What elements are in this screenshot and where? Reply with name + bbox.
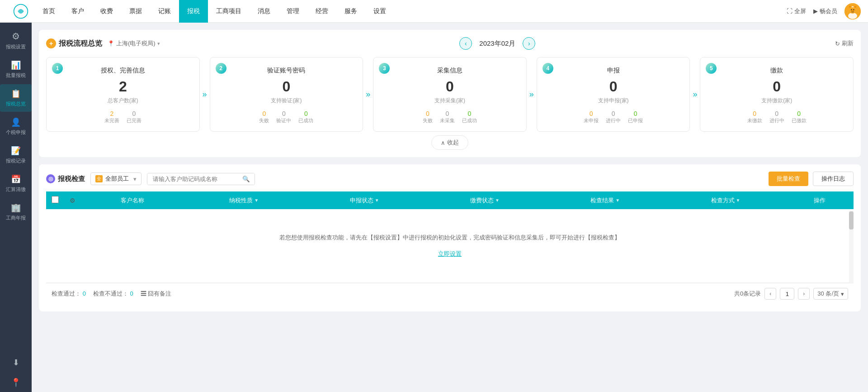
step-title-1: 授权、完善信息: [54, 67, 192, 75]
tax-settings-icon: ⚙: [12, 31, 20, 42]
nav-tax[interactable]: 报税: [179, 0, 208, 23]
table-th-pay-status[interactable]: 缴费状态 ▼: [425, 191, 545, 209]
sidebar-item-tax-settings[interactable]: ⚙ 报税设置: [0, 26, 32, 55]
next-page-btn[interactable]: ›: [798, 288, 810, 300]
collapse-btn[interactable]: ∧ 收起: [431, 135, 468, 150]
step-num-1: 1: [52, 63, 63, 74]
step-stat-lbl-5-0: 未缴款: [747, 117, 762, 124]
nav-ops[interactable]: 经营: [307, 0, 336, 23]
collapse-label: 收起: [447, 139, 459, 147]
sidebar-item-batch-tax[interactable]: 📊 批量报税: [0, 56, 32, 83]
select-all-checkbox[interactable]: [52, 196, 59, 203]
empty-state-cell: 若您想使用报税检查功能，请先在【报税设置】中进行报税的初始化设置，完成密码验证和…: [46, 209, 854, 283]
svg-point-7: [854, 6, 856, 8]
next-month-btn[interactable]: ›: [523, 37, 535, 50]
flow-month: 2023年02月: [479, 39, 515, 48]
staff-icon: 全: [95, 175, 103, 182]
step-stat-2-2: 0 已成功: [298, 110, 313, 124]
location-dot-icon: 📍: [108, 40, 114, 47]
sidebar-item-download[interactable]: ⬇: [0, 353, 32, 372]
nav-manage[interactable]: 管理: [278, 0, 307, 23]
step-title-4: 申报: [544, 67, 683, 75]
step-stat-lbl-3-2: 已成功: [462, 117, 477, 124]
step-stat-4-2: 0 已申报: [628, 110, 643, 124]
fullscreen-icon: ⛶: [787, 8, 793, 14]
check-fail-value[interactable]: 0: [130, 290, 133, 297]
per-page-select[interactable]: 30 条/页 ▾: [813, 288, 848, 300]
filter-icon-declare: ▼: [375, 198, 379, 203]
step-arrow-4: »: [690, 90, 700, 99]
current-page: 1: [780, 288, 794, 300]
table-th-declare-status[interactable]: 申报状态 ▼: [304, 191, 425, 209]
col-filter-declare[interactable]: 申报状态 ▼: [350, 196, 379, 205]
step-count-2: 0: [217, 78, 356, 95]
step-stat-5-1: 0 进行中: [769, 110, 784, 124]
top-nav: 首页 客户 收费 票据 记账 报税 工商项目 消息 管理 经营 服务 设置 ⛶ …: [0, 0, 868, 23]
col-filter-name: 客户名称: [121, 196, 144, 205]
staff-select[interactable]: 全 全部员工 ▾: [90, 172, 142, 185]
step-stat-lbl-1-1: 已完善: [127, 117, 142, 124]
nav-fee[interactable]: 收费: [92, 0, 121, 23]
chevron-down-icon: ▾: [157, 41, 160, 47]
nav-settings[interactable]: 设置: [365, 0, 394, 23]
step-count-3: 0: [381, 78, 519, 95]
avatar[interactable]: [844, 3, 861, 19]
sidebar-item-location[interactable]: 📍: [0, 373, 32, 392]
fullscreen-btn[interactable]: ⛶ 全屏: [787, 7, 806, 15]
sidebar-item-annual-report[interactable]: 🏢 工商年报: [0, 198, 32, 226]
flow-step-2: 2 验证账号密码 0 支持验证(家) 0 失败 0 验证中: [210, 57, 363, 132]
table-th-operation: 操作: [786, 191, 854, 209]
logo: [7, 4, 34, 19]
prev-page-btn[interactable]: ‹: [764, 288, 776, 300]
scrollbar-track[interactable]: [849, 210, 854, 283]
per-page-label: 30 条/页: [817, 290, 839, 298]
sidebar-label-annual-settlement: 汇算清缴: [6, 186, 26, 193]
table-th-tax-type[interactable]: 纳税性质 ▼: [184, 191, 304, 209]
step-stat-4-0: 0 未申报: [584, 110, 599, 124]
sidebar-item-tax-record[interactable]: 📝 报税记录: [0, 141, 32, 169]
operation-log-button[interactable]: 操作日志: [813, 172, 854, 186]
table-th-check-method[interactable]: 检查方式 ▼: [665, 191, 786, 209]
has-note-item: ☰ 囧有备注: [141, 290, 172, 298]
nav-invoice[interactable]: 票据: [121, 0, 150, 23]
collapse-bar: ∧ 收起: [46, 135, 854, 150]
col-filter-check-method[interactable]: 检查方式 ▼: [711, 196, 741, 205]
table-wrapper: ⚙ 客户名称 纳税性质 ▼: [46, 191, 854, 283]
table-th-check-result[interactable]: 检查结果 ▼: [545, 191, 665, 209]
sidebar-item-tax-overview[interactable]: 📋 报税总览: [0, 84, 32, 112]
step-num-4: 4: [542, 63, 553, 74]
nav-service[interactable]: 服务: [336, 0, 365, 23]
search-input[interactable]: [147, 173, 238, 185]
column-settings-icon[interactable]: ⚙: [70, 197, 75, 204]
setup-link[interactable]: 立即设置: [438, 250, 462, 257]
col-pay-label: 缴费状态: [470, 196, 494, 205]
download-icon: ⬇: [13, 358, 19, 368]
sidebar-label-tax-settings: 报税设置: [6, 43, 26, 50]
col-declare-label: 申报状态: [350, 196, 373, 205]
col-filter-pay[interactable]: 缴费状态 ▼: [470, 196, 500, 205]
check-title-text: 报税检查: [58, 175, 85, 183]
flow-header: + 报税流程总览 📍 上海(电子税局) ▾ ‹ 2023年02月 › ↻ 刷新: [46, 37, 854, 50]
nav-msg[interactable]: 消息: [250, 0, 278, 23]
step-subtitle-2: 支持验证(家): [217, 97, 356, 105]
search-button[interactable]: 🔍: [238, 173, 255, 185]
step-stat-lbl-4-0: 未申报: [584, 117, 599, 124]
batch-check-button[interactable]: 批量检查: [769, 172, 808, 186]
prev-month-btn[interactable]: ‹: [459, 37, 472, 50]
scrollbar-thumb[interactable]: [849, 211, 854, 229]
nav-home[interactable]: 首页: [34, 0, 63, 23]
sidebar-item-personal-tax[interactable]: 👤 个税申报: [0, 113, 32, 140]
nav-client[interactable]: 客户: [63, 0, 92, 23]
col-filter-check-result[interactable]: 检查结果 ▼: [590, 196, 620, 205]
sidebar-item-annual-settlement[interactable]: 📅 汇算清缴: [0, 170, 32, 197]
member-btn[interactable]: ▶ 畅会员: [813, 7, 837, 15]
flow-step-5: 5 缴款 0 支持缴款(家) 0 未缴款 0 进行中: [700, 57, 854, 132]
col-filter-tax-type[interactable]: 纳税性质 ▼: [229, 196, 259, 205]
step-stat-lbl-4-1: 进行中: [606, 117, 621, 124]
nav-biz[interactable]: 工商项目: [208, 0, 250, 23]
flow-location[interactable]: 📍 上海(电子税局) ▾: [108, 39, 160, 48]
step-arrow-1: »: [200, 90, 210, 99]
check-pass-value[interactable]: 0: [83, 290, 86, 297]
nav-accounting[interactable]: 记账: [150, 0, 179, 23]
refresh-btn[interactable]: ↻ 刷新: [835, 39, 854, 48]
